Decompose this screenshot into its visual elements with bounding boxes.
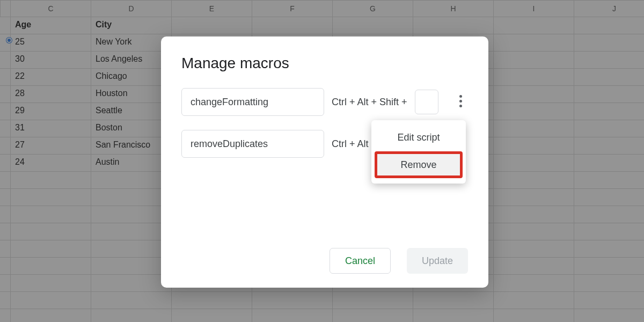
edit-script-menu-item[interactable]: Edit script [371, 126, 466, 149]
macro-name-input[interactable] [181, 88, 324, 116]
shortcut-key-input[interactable] [415, 90, 438, 114]
update-button[interactable]: Update [407, 248, 468, 274]
macro-name-input[interactable] [181, 130, 324, 158]
remove-menu-item[interactable]: Remove [375, 151, 463, 178]
dialog-title: Manage macros [181, 55, 468, 72]
cancel-button[interactable]: Cancel [330, 248, 391, 274]
macro-row: Ctrl + Alt + Shift + [181, 88, 468, 116]
dots-vertical-icon [459, 95, 462, 98]
more-options-button[interactable] [451, 91, 470, 111]
shortcut-label: Ctrl + Alt + Shift + [332, 97, 407, 108]
dialog-actions: Cancel Update [330, 248, 468, 274]
shortcut-label: Ctrl + Alt [332, 138, 369, 150]
macro-options-menu: Edit script Remove [371, 120, 466, 184]
